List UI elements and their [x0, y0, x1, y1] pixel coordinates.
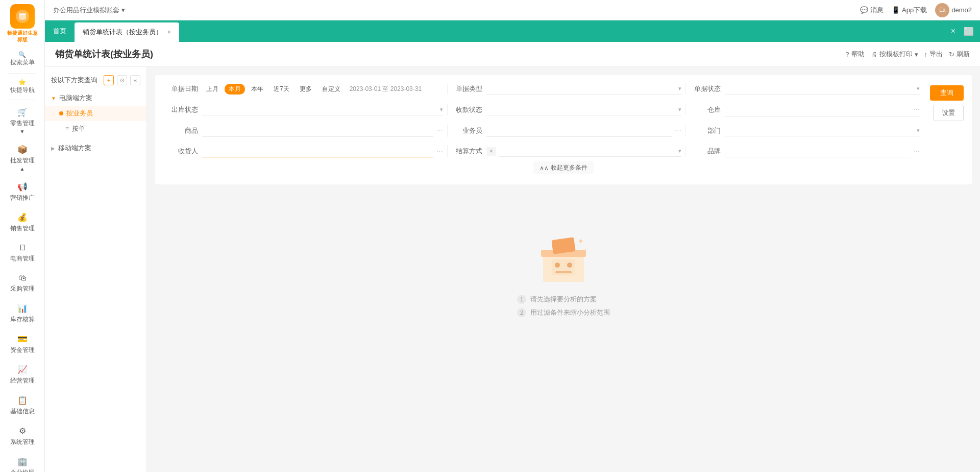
- sidebar-item-ecommerce[interactable]: 🖥 电商管理: [0, 238, 44, 268]
- scheme-order-label: 按单: [72, 124, 85, 133]
- sidebar-search[interactable]: 🔍搜索菜单: [10, 47, 35, 71]
- filter-row-2: 出库状态 ▾ 收款状态: [163, 103, 924, 116]
- template-print-btn[interactable]: 🖨 按模板打印 ▾: [871, 50, 918, 59]
- scheme-item-by-salesperson[interactable]: 按业务员: [45, 106, 146, 121]
- doctype-select[interactable]: ▾: [486, 83, 681, 95]
- sales-tab-label: 销货单统计表（按业务员）: [83, 28, 162, 37]
- logo[interactable]: 畅捷通好生意 标版: [0, 0, 44, 47]
- sales-icon: 💰: [17, 213, 28, 222]
- brand-input[interactable]: [725, 145, 910, 157]
- header-right: 💬 消息 📱 App下载 Ea demo2: [860, 3, 972, 17]
- salesperson-input[interactable]: [486, 125, 672, 137]
- tab-bar-actions: × ⬜: [949, 25, 980, 38]
- purchase-icon: 🛍: [18, 273, 27, 282]
- finance-icon: 💳: [17, 334, 28, 344]
- sidebar-item-sales[interactable]: 💰 销售管理: [0, 207, 44, 238]
- settlement-tag-remove[interactable]: ×: [489, 148, 493, 155]
- logo-icon: [10, 4, 35, 29]
- goods-input[interactable]: [202, 125, 433, 137]
- outstatus-arrow-icon: ▾: [440, 106, 443, 113]
- doctype-control: ▾: [486, 83, 681, 95]
- settlement-select[interactable]: ▾: [499, 146, 681, 157]
- empty-tips: 1 请先选择要分析的方案 2 用过滤条件来缩小分析范围: [517, 295, 610, 321]
- collapse-btn[interactable]: ∧∧ 收起更多条件: [533, 161, 594, 174]
- sidebar-item-inventory[interactable]: 📊 库存核算: [0, 298, 44, 329]
- sidebar-item-system[interactable]: ⚙ 系统管理: [0, 421, 44, 452]
- tab-maximize-btn[interactable]: ⬜: [962, 25, 976, 38]
- date-btn-more[interactable]: 更多: [296, 84, 316, 95]
- date-control: 上月 本月 本年 近7天 更多 自定义 2023-03-01 至 2023-03…: [202, 84, 443, 95]
- user-menu[interactable]: Ea demo2: [935, 3, 972, 17]
- enterprise-icon: 🏢: [17, 457, 28, 466]
- receiver-input[interactable]: [202, 145, 433, 157]
- sidebar-item-retail[interactable]: 🛒 零售管理 ▼: [0, 102, 44, 139]
- docstatus-control: ▾: [725, 83, 920, 95]
- tab-close-icon[interactable]: ×: [167, 29, 171, 36]
- filter-fields-area: 单据日期 上月 本月 本年 近7天 更多 自定义: [163, 83, 924, 157]
- collapse-panel-btn[interactable]: «: [130, 75, 140, 85]
- scheme-item-by-order[interactable]: ≡ 按单: [45, 121, 146, 136]
- sidebar-nav-shortcut[interactable]: ⭐快捷导航: [10, 76, 35, 98]
- salesperson-control: ···: [486, 125, 681, 137]
- msg-btn[interactable]: 💬 消息: [860, 6, 884, 15]
- warehouse-dots-icon: ···: [913, 105, 920, 114]
- date-btn-7days[interactable]: 近7天: [270, 84, 293, 95]
- department-select[interactable]: ▾: [725, 125, 920, 136]
- sidebar-item-marketing[interactable]: 📢 营销推广: [0, 177, 44, 207]
- warehouse-select[interactable]: ···: [725, 103, 920, 116]
- left-panel-header-text: 按以下方案查询: [51, 76, 97, 85]
- app-download-btn[interactable]: 📱 App下载: [892, 6, 927, 15]
- date-btn-this-year[interactable]: 本年: [247, 84, 267, 95]
- company-dropdown[interactable]: 办公用品行业模拟账套 ▾: [53, 6, 125, 15]
- filter-row-3: 商品 ··· 业务员: [163, 125, 924, 137]
- svg-text:✦: ✦: [578, 237, 584, 245]
- top-header: 办公用品行业模拟账套 ▾ 💬 消息 📱 App下载 Ea demo2: [45, 0, 980, 20]
- settings-scheme-btn[interactable]: ⊙: [117, 75, 127, 85]
- pc-scheme-label: 电脑端方案: [59, 93, 92, 103]
- query-btn[interactable]: 查询: [930, 85, 964, 101]
- sidebar-item-enterprise[interactable]: 🏢 企业协同: [0, 452, 44, 472]
- date-btn-last-month[interactable]: 上月: [202, 84, 223, 95]
- right-panel: 单据日期 上月 本月 本年 近7天 更多 自定义: [147, 67, 980, 472]
- filter-field-doctype: 单据类型 ▾: [448, 83, 686, 95]
- tab-close-btn[interactable]: ×: [949, 25, 958, 38]
- add-scheme-btn[interactable]: +: [104, 75, 114, 85]
- settlement-label: 结算方式: [452, 147, 482, 156]
- filter-field-department: 部门 ▾: [686, 125, 924, 136]
- receiptstatus-select[interactable]: ▾: [486, 104, 681, 115]
- basic-icon: 📋: [17, 395, 28, 405]
- settlement-tag: ×: [486, 147, 496, 156]
- sidebar-item-wholesale[interactable]: 📦 批发管理 ▲: [0, 139, 44, 177]
- empty-illustration: ✦ ✦: [533, 233, 594, 285]
- tab-home[interactable]: 首页: [45, 20, 75, 42]
- empty-tip-1: 1 请先选择要分析的方案: [517, 295, 610, 304]
- company-name: 办公用品行业模拟账套: [53, 6, 119, 15]
- msg-icon: 💬: [860, 6, 868, 14]
- sidebar-item-operations[interactable]: 📈 经营管理: [0, 360, 44, 390]
- outstatus-select[interactable]: ▾: [202, 104, 443, 115]
- goods-label: 商品: [167, 126, 198, 135]
- docstatus-select[interactable]: ▾: [725, 83, 920, 95]
- date-btn-this-month[interactable]: 本月: [225, 84, 245, 95]
- sidebar-item-purchase[interactable]: 🛍 采购管理: [0, 268, 44, 298]
- sidebar-item-basic[interactable]: 📋 基础信息: [0, 390, 44, 421]
- date-btn-custom[interactable]: 自定义: [318, 84, 345, 95]
- filter-field-docstatus: 单据状态 ▾: [686, 83, 924, 95]
- setting-btn[interactable]: 设置: [933, 105, 964, 121]
- scheme-group-pc-header[interactable]: ▼ 电脑端方案: [45, 90, 146, 106]
- goods-dots-icon: ···: [436, 126, 443, 135]
- print-icon: 🖨: [871, 51, 877, 58]
- refresh-btn[interactable]: ↻ 刷新: [949, 50, 970, 59]
- print-dropdown-icon: ▾: [915, 51, 918, 58]
- tab-sales-stat[interactable]: 销货单统计表（按业务员） ×: [75, 22, 179, 42]
- help-btn[interactable]: ? 帮助: [845, 50, 864, 59]
- scheme-group-mobile-header[interactable]: ▶ 移动端方案: [45, 140, 146, 156]
- department-arrow-icon: ▾: [917, 127, 920, 134]
- receiptstatus-label: 收款状态: [452, 105, 482, 114]
- retail-icon: 🛒: [17, 107, 28, 117]
- sidebar-item-finance[interactable]: 💳 资金管理: [0, 329, 44, 360]
- date-range-text: 2023-03-01 至 2023-03-31: [350, 85, 422, 93]
- export-btn[interactable]: ↑ 导出: [924, 50, 943, 59]
- user-avatar: Ea: [935, 3, 949, 17]
- receiver-label: 收货人: [167, 147, 198, 156]
